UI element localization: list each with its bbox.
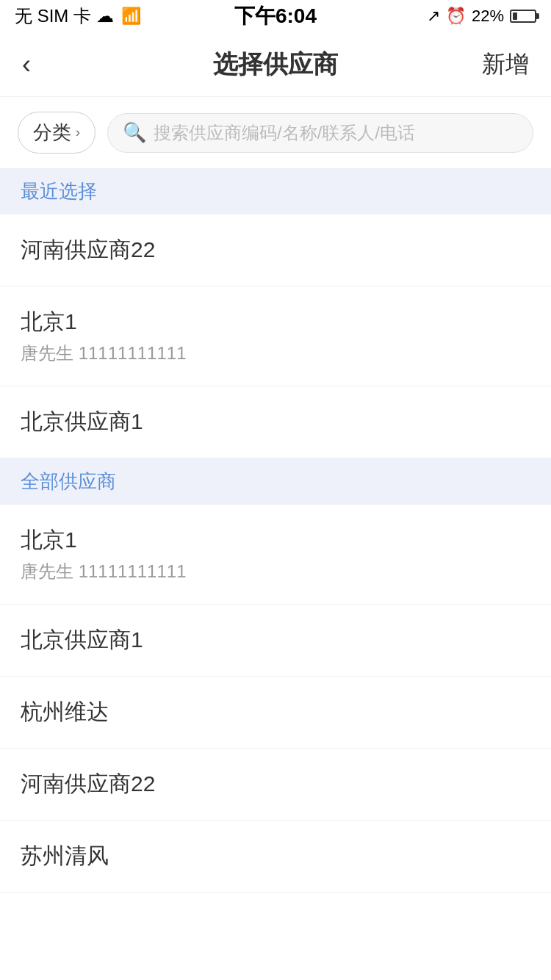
list-item-name: 北京供应商1 — [21, 407, 530, 437]
chevron-right-icon: › — [76, 125, 80, 140]
location-icon: ↗ — [427, 7, 440, 26]
list-item-name: 北京1 — [21, 307, 530, 337]
list-item[interactable]: 杭州维达 — [0, 677, 551, 749]
add-button[interactable]: 新增 — [470, 48, 529, 81]
all-section-label: 全部供应商 — [21, 470, 116, 492]
battery-icon — [510, 10, 536, 23]
back-button[interactable]: ‹ — [22, 49, 81, 80]
recent-section-label: 最近选择 — [21, 180, 97, 202]
list-item-sub: 唐先生 11111111111 — [21, 560, 530, 583]
battery-percent: 22% — [472, 7, 504, 26]
list-item-name: 河南供应商22 — [21, 769, 530, 799]
status-time: 下午6:04 — [234, 2, 317, 30]
recent-section-header: 最近选择 — [0, 168, 551, 215]
list-item-name: 杭州维达 — [21, 697, 530, 727]
list-item[interactable]: 北京供应商1 — [0, 605, 551, 677]
wifi-icon: 📶 — [121, 7, 141, 26]
search-input-wrap[interactable]: 🔍 搜索供应商编码/名称/联系人/电话 — [107, 113, 533, 153]
list-item-name: 河南供应商22 — [21, 235, 530, 265]
alarm-icon: ⏰ — [446, 7, 466, 26]
list-item[interactable]: 北京供应商1 — [0, 386, 551, 458]
filter-bar: 分类 › 🔍 搜索供应商编码/名称/联系人/电话 — [0, 97, 551, 168]
category-button[interactable]: 分类 › — [18, 112, 96, 154]
list-item[interactable]: 苏州清风 — [0, 821, 551, 893]
list-item[interactable]: 北京1唐先生 11111111111 — [0, 505, 551, 605]
nav-bar: ‹ 选择供应商 新增 — [0, 32, 551, 97]
list-item[interactable]: 河南供应商22 — [0, 215, 551, 287]
no-sim-label: 无 SIM 卡 ☁ — [15, 4, 114, 28]
list-item-name: 苏州清风 — [21, 841, 530, 871]
category-label: 分类 — [33, 120, 71, 145]
recent-list: 河南供应商22北京1唐先生 11111111111北京供应商1 — [0, 215, 551, 458]
search-icon: 🔍 — [123, 121, 146, 144]
list-item[interactable]: 北京1唐先生 11111111111 — [0, 287, 551, 386]
search-placeholder: 搜索供应商编码/名称/联系人/电话 — [154, 121, 415, 145]
list-item[interactable]: 河南供应商22 — [0, 749, 551, 821]
all-list: 北京1唐先生 11111111111北京供应商1杭州维达河南供应商22苏州清风 — [0, 505, 551, 893]
list-item-name: 北京供应商1 — [21, 625, 530, 655]
list-item-sub: 唐先生 11111111111 — [21, 342, 530, 365]
all-section-header: 全部供应商 — [0, 458, 551, 505]
status-right: ↗ ⏰ 22% — [427, 7, 536, 26]
status-bar: 无 SIM 卡 ☁ 📶 下午6:04 ↗ ⏰ 22% — [0, 0, 551, 32]
status-left: 无 SIM 卡 ☁ 📶 — [15, 4, 141, 28]
list-item-name: 北京1 — [21, 525, 530, 555]
page-title: 选择供应商 — [213, 48, 338, 82]
